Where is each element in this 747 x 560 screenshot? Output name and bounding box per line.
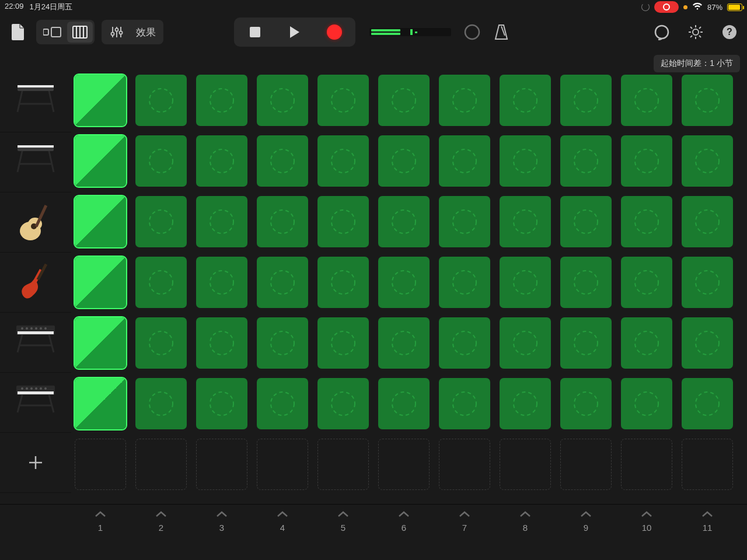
tracks-view-button[interactable] [38, 22, 67, 43]
track-header-keyboard-1[interactable] [0, 72, 71, 132]
loop-cell-r3-c9[interactable] [560, 196, 612, 247]
stop-button[interactable] [236, 20, 274, 44]
record-button[interactable] [316, 20, 353, 44]
loop-cell-r2-c11[interactable] [682, 135, 733, 187]
loop-cell-r3-c7[interactable] [439, 196, 490, 247]
loop-cell-r5-c7[interactable] [439, 317, 490, 369]
loop-cell-r2-c8[interactable] [500, 135, 551, 187]
live-loops-view-button[interactable] [67, 22, 93, 43]
add-track-button[interactable] [0, 433, 71, 493]
loop-browser-button[interactable] [650, 20, 673, 44]
loop-cell-r6-c1[interactable] [75, 378, 126, 429]
fx-button[interactable]: 效果 [130, 22, 162, 43]
loop-cell-r4-c1[interactable] [75, 257, 126, 308]
loop-cell-r4-c5[interactable] [317, 257, 369, 308]
play-button[interactable] [276, 20, 313, 44]
loop-cell-r5-c11[interactable] [682, 317, 733, 369]
track-controls-button[interactable] [103, 22, 130, 43]
loop-cell-r2-c2[interactable] [135, 135, 187, 187]
column-trigger-11[interactable]: 11 [682, 509, 733, 560]
loop-cell-r6-c7[interactable] [439, 378, 490, 429]
loop-cell-r1-c11[interactable] [682, 75, 733, 126]
column-trigger-3[interactable]: 3 [196, 509, 247, 560]
column-trigger-7[interactable]: 7 [439, 509, 490, 560]
empty-loop-cell-c3[interactable] [196, 439, 247, 490]
loop-cell-r5-c6[interactable] [378, 317, 430, 369]
loop-cell-r1-c8[interactable] [500, 75, 551, 126]
metronome-button[interactable] [490, 20, 513, 44]
loop-cell-r1-c10[interactable] [621, 75, 672, 126]
column-trigger-1[interactable]: 1 [75, 509, 126, 560]
loop-cell-r6-c6[interactable] [378, 378, 430, 429]
loop-cell-r6-c11[interactable] [682, 378, 733, 429]
loop-cell-r6-c3[interactable] [196, 378, 247, 429]
loop-cell-r5-c9[interactable] [560, 317, 612, 369]
empty-loop-cell-c1[interactable] [75, 439, 126, 490]
start-offset-badge[interactable]: 起始时间差：1 小节 [654, 55, 740, 72]
empty-loop-cell-c2[interactable] [135, 439, 187, 490]
loop-cell-r2-c5[interactable] [317, 135, 369, 187]
loop-cell-r2-c10[interactable] [621, 135, 672, 187]
loop-cell-r4-c9[interactable] [560, 257, 612, 308]
loop-cell-r3-c8[interactable] [500, 196, 551, 247]
empty-loop-cell-c5[interactable] [317, 439, 369, 490]
loop-cell-r5-c5[interactable] [317, 317, 369, 369]
loop-cell-r5-c4[interactable] [257, 317, 308, 369]
column-trigger-4[interactable]: 4 [257, 509, 308, 560]
empty-loop-cell-c9[interactable] [560, 439, 612, 490]
loop-cell-r1-c7[interactable] [439, 75, 490, 126]
column-trigger-8[interactable]: 8 [500, 509, 551, 560]
loop-cell-r1-c2[interactable] [135, 75, 187, 126]
loop-cell-r4-c11[interactable] [682, 257, 733, 308]
column-trigger-6[interactable]: 6 [378, 509, 430, 560]
track-header-electric-guitar[interactable] [0, 253, 71, 313]
empty-loop-cell-c6[interactable] [378, 439, 430, 490]
loop-cell-r4-c8[interactable] [500, 257, 551, 308]
loop-cell-r1-c5[interactable] [317, 75, 369, 126]
loop-cell-r2-c4[interactable] [257, 135, 308, 187]
track-header-acoustic-guitar[interactable] [0, 192, 71, 253]
loop-cell-r2-c7[interactable] [439, 135, 490, 187]
empty-loop-cell-c4[interactable] [257, 439, 308, 490]
column-trigger-10[interactable]: 10 [621, 509, 672, 560]
loop-cell-r3-c10[interactable] [621, 196, 672, 247]
loop-cell-r4-c6[interactable] [378, 257, 430, 308]
loop-cell-r1-c1[interactable] [75, 75, 126, 126]
loop-cell-r4-c7[interactable] [439, 257, 490, 308]
loop-cell-r3-c5[interactable] [317, 196, 369, 247]
loop-cell-r3-c2[interactable] [135, 196, 187, 247]
column-trigger-9[interactable]: 9 [560, 509, 612, 560]
loop-cell-r1-c3[interactable] [196, 75, 247, 126]
loop-cell-r4-c10[interactable] [621, 257, 672, 308]
loop-cell-r6-c5[interactable] [317, 378, 369, 429]
my-songs-button[interactable] [6, 20, 29, 44]
empty-loop-cell-c7[interactable] [439, 439, 490, 490]
loop-cell-r5-c8[interactable] [500, 317, 551, 369]
loop-cell-r6-c10[interactable] [621, 378, 672, 429]
column-trigger-2[interactable]: 2 [135, 509, 187, 560]
loop-cell-r3-c11[interactable] [682, 196, 733, 247]
column-trigger-5[interactable]: 5 [317, 509, 369, 560]
loop-cell-r2-c9[interactable] [560, 135, 612, 187]
loop-cell-r3-c3[interactable] [196, 196, 247, 247]
loop-cell-r1-c6[interactable] [378, 75, 430, 126]
loop-cell-r3-c4[interactable] [257, 196, 308, 247]
loop-cell-r5-c1[interactable] [75, 317, 126, 369]
loop-cell-r2-c6[interactable] [378, 135, 430, 187]
loop-cell-r3-c6[interactable] [378, 196, 430, 247]
empty-loop-cell-c8[interactable] [500, 439, 551, 490]
loop-cell-r6-c4[interactable] [257, 378, 308, 429]
loop-cell-r5-c10[interactable] [621, 317, 672, 369]
loop-cell-r6-c9[interactable] [560, 378, 612, 429]
help-button[interactable]: ? [718, 20, 741, 44]
track-header-synth-2[interactable] [0, 373, 71, 433]
loop-cell-r2-c1[interactable] [75, 135, 126, 187]
screen-recording-indicator[interactable] [654, 1, 679, 13]
master-volume-knob[interactable] [460, 20, 484, 44]
loop-cell-r2-c3[interactable] [196, 135, 247, 187]
loop-cell-r4-c2[interactable] [135, 257, 187, 308]
loop-cell-r4-c3[interactable] [196, 257, 247, 308]
loop-cell-r5-c3[interactable] [196, 317, 247, 369]
loop-cell-r6-c2[interactable] [135, 378, 187, 429]
track-header-synth-1[interactable] [0, 313, 71, 373]
